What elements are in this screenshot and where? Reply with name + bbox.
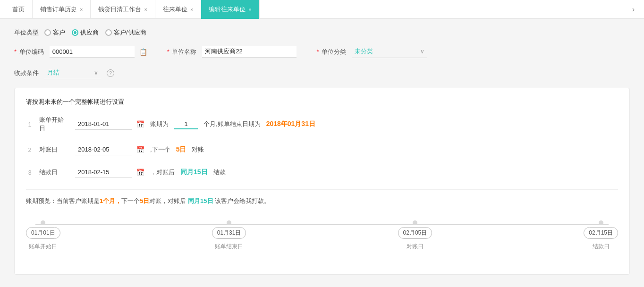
row-1-num: 1: [26, 121, 34, 128]
timeline-badge-1: 01月01日: [26, 227, 60, 239]
reconcile-date-group: 📅: [75, 144, 144, 155]
timeline-label-1: 账单开始日: [29, 243, 57, 251]
reconcile-row: 2 对账日 📅 ,下一个5日对账: [26, 144, 618, 155]
payment-terms-value: 月结: [47, 68, 94, 77]
period-label: 账期为: [150, 120, 169, 128]
reconcile-desc-prefix: ,下一个: [150, 145, 170, 154]
tab-sales-history-close[interactable]: ×: [80, 7, 83, 12]
payment-date-input[interactable]: [75, 167, 132, 178]
unit-code-required: *: [14, 48, 17, 55]
timeline-node-1: 01月01日 账单开始日: [26, 220, 60, 251]
timeline-node-4: 02月15日 结款日: [584, 220, 618, 251]
tab-partner-label: 往来单位: [163, 5, 187, 14]
preview-prefix: 账期预览：当前客户账期是: [26, 197, 100, 204]
timeline-badge-3: 02月05日: [398, 227, 432, 239]
row-2-num: 2: [26, 146, 34, 153]
unit-type-radio-group: 客户 供应商 客户/供应商: [44, 28, 146, 37]
preview-suffix: 该客户会给我打款。: [215, 197, 270, 204]
period-unit: 个月,账单结束日期为: [203, 120, 261, 128]
timeline-label-2: 账单结束日: [215, 243, 243, 251]
timeline-node-3: 02月05日 对账日: [398, 220, 432, 251]
unit-code-field-group: 📋: [50, 46, 147, 58]
unit-type-label: 单位类型: [14, 28, 39, 37]
payment-terms-select[interactable]: 月结 ∨: [44, 67, 101, 79]
unit-name-label: * 单位名称: [167, 48, 197, 56]
radio-supplier-circle: [72, 29, 78, 36]
row-2-label: 对账日: [39, 145, 69, 154]
timeline-wrapper: 01月01日 账单开始日 01月31日 账单结束日 02月05日 对账日: [26, 216, 618, 265]
unit-name-required: *: [167, 48, 169, 55]
card-separator: [26, 189, 618, 190]
bill-start-date-group: 📅: [75, 118, 144, 130]
tab-edit-partner-close[interactable]: ×: [248, 7, 251, 12]
app-container: 首页 销售订单历史 × 钱货日清工作台 × 往来单位 × 编辑往来单位 × › …: [0, 0, 644, 287]
radio-customer-circle: [44, 29, 51, 36]
tab-sales-history[interactable]: 销售订单历史 ×: [33, 0, 91, 19]
timeline-badge-2: 01月31日: [212, 227, 246, 239]
period-end-date: 2018年01月31日: [266, 120, 315, 128]
bill-start-date-input[interactable]: [75, 118, 132, 130]
settings-card: 请按照未来的一个完整帐期进行设置 1 账单开始日 📅 账期为 个月,账单结束日期…: [14, 88, 630, 275]
reconcile-calendar-icon[interactable]: 📅: [136, 146, 144, 153]
tab-cash-desk[interactable]: 钱货日清工作台 ×: [91, 0, 155, 19]
radio-both-label: 客户/供应商: [114, 28, 146, 37]
tab-bar: 首页 销售订单历史 × 钱货日清工作台 × 往来单位 × 编辑往来单位 × ›: [0, 0, 644, 19]
settings-card-title: 请按照未来的一个完整帐期进行设置: [26, 98, 618, 106]
tab-partner[interactable]: 往来单位 ×: [155, 0, 201, 19]
preview-highlight3: 同月15日: [188, 197, 213, 204]
tab-cash-desk-close[interactable]: ×: [144, 7, 147, 12]
reconcile-date-input[interactable]: [75, 144, 132, 155]
timeline-label-3: 对账日: [407, 243, 424, 251]
unit-code-input[interactable]: [50, 46, 135, 58]
unit-name-input[interactable]: [202, 46, 297, 58]
reconcile-desc-suffix: 对账: [192, 145, 204, 154]
unit-info-row: * 单位编码 📋 * 单位名称 * 单位分类 未分类 ∨: [14, 45, 630, 58]
unit-code-label: * 单位编码: [14, 48, 44, 56]
unit-code-copy-icon[interactable]: 📋: [139, 48, 147, 56]
timeline-label-4: 结款日: [593, 243, 610, 251]
radio-customer-label: 客户: [53, 28, 65, 37]
tab-edit-partner-label: 编辑往来单位: [209, 5, 246, 14]
payment-terms-help-icon[interactable]: ?: [107, 69, 114, 77]
payment-row: 3 结款日 📅 ，对账后同月15日结款: [26, 167, 618, 178]
main-content: 单位类型 客户 供应商 客户/供应商 * 单位编码: [0, 19, 644, 287]
payment-terms-row: 收款条件 月结 ∨ ?: [14, 67, 630, 79]
preview-highlight1: 1个月，: [100, 197, 121, 204]
unit-category-label: * 单位分类: [316, 48, 346, 56]
timeline-dot-3: [413, 220, 417, 225]
payment-terms-chevron-icon: ∨: [94, 69, 98, 76]
payment-desc-suffix: 结款: [213, 168, 226, 177]
radio-supplier-label: 供应商: [80, 28, 99, 37]
payment-desc-highlight: 同月15日: [180, 168, 208, 177]
reconcile-desc-highlight: 5日: [176, 145, 186, 154]
radio-supplier[interactable]: 供应商: [72, 28, 99, 37]
timeline-dot-4: [599, 220, 603, 225]
unit-type-row: 单位类型 客户 供应商 客户/供应商: [14, 28, 630, 37]
bill-start-row: 1 账单开始日 📅 账期为 个月,账单结束日期为 2018年01月31日: [26, 116, 618, 133]
radio-customer[interactable]: 客户: [44, 28, 65, 37]
row-1-label: 账单开始日: [39, 116, 69, 133]
period-value-input[interactable]: [174, 119, 198, 129]
timeline-nodes: 01月01日 账单开始日 01月31日 账单结束日 02月05日 对账日: [26, 220, 618, 251]
payment-calendar-icon[interactable]: 📅: [136, 169, 144, 176]
timeline-dot-1: [41, 220, 45, 225]
unit-category-chevron-icon: ∨: [420, 48, 424, 55]
bill-start-calendar-icon[interactable]: 📅: [136, 120, 144, 128]
timeline-dot-2: [227, 220, 231, 225]
tab-edit-partner[interactable]: 编辑往来单位 ×: [201, 0, 259, 19]
timeline-badge-4: 02月15日: [584, 227, 618, 239]
row-3-label: 结款日: [39, 168, 69, 177]
radio-both[interactable]: 客户/供应商: [105, 28, 146, 37]
tab-more-button[interactable]: ›: [627, 5, 639, 14]
tab-cash-desk-label: 钱货日清工作台: [98, 5, 141, 14]
tab-home[interactable]: 首页: [5, 0, 33, 19]
unit-category-select[interactable]: 未分类 ∨: [352, 45, 427, 58]
preview-mid2: 对账，对账后: [149, 197, 186, 204]
payment-desc-prefix: ，对账后: [150, 168, 175, 177]
payment-terms-label: 收款条件: [14, 69, 39, 77]
payment-date-group: 📅: [75, 167, 144, 178]
tab-partner-close[interactable]: ×: [190, 7, 193, 12]
tab-home-label: 首页: [12, 5, 25, 14]
timeline-node-2: 01月31日 账单结束日: [212, 220, 246, 251]
preview-highlight2: 5日: [140, 197, 149, 204]
